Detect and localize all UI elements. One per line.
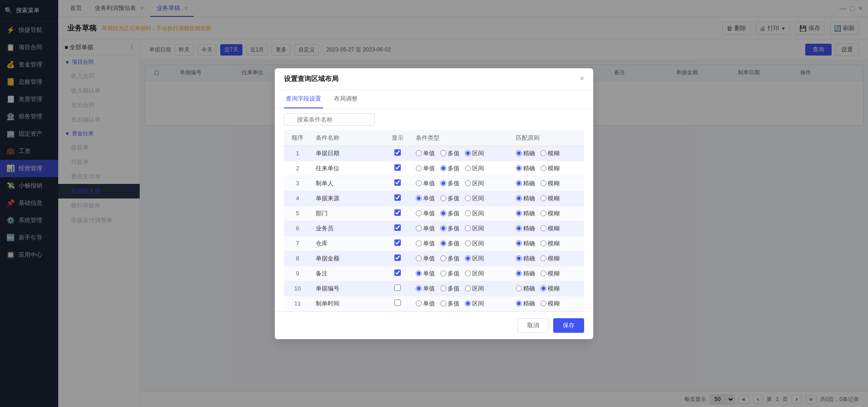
condition-type-radio[interactable]: [465, 210, 471, 216]
condition-type-radio[interactable]: [440, 165, 446, 171]
save-button[interactable]: 保存: [553, 318, 584, 333]
show-checkbox[interactable]: [394, 179, 401, 186]
condition-type-radio[interactable]: [416, 180, 422, 186]
condition-type-radio[interactable]: [465, 225, 471, 231]
row-condition-type: 单值多值区间: [411, 176, 511, 191]
table-row: 3制单人单值多值区间精确模糊: [284, 176, 584, 191]
row-match-principle: 精确模糊: [511, 236, 584, 251]
cancel-button[interactable]: 取消: [518, 318, 549, 333]
table-row: 11制单时间单值多值区间精确模糊: [284, 296, 584, 311]
condition-type-radio[interactable]: [440, 300, 446, 306]
condition-type-radio[interactable]: [440, 195, 446, 201]
match-radio[interactable]: [540, 255, 546, 261]
match-radio[interactable]: [516, 225, 522, 231]
condition-type-radio[interactable]: [440, 180, 446, 186]
condition-type-radio[interactable]: [416, 165, 422, 171]
row-order: 5: [284, 206, 311, 221]
match-radio[interactable]: [540, 180, 546, 186]
match-radio[interactable]: [540, 240, 546, 246]
show-checkbox[interactable]: [394, 149, 401, 156]
row-order: 6: [284, 221, 311, 236]
condition-type-radio[interactable]: [440, 240, 446, 246]
match-radio[interactable]: [516, 300, 522, 306]
condition-type-radio[interactable]: [465, 270, 471, 276]
match-radio[interactable]: [540, 165, 546, 171]
show-checkbox[interactable]: [394, 224, 401, 231]
condition-type-radio[interactable]: [416, 270, 422, 276]
table-row: 10单据编号单值多值区间精确模糊: [284, 281, 584, 296]
condition-type-radio[interactable]: [465, 285, 471, 291]
match-radio[interactable]: [516, 195, 522, 201]
row-show-cell: [384, 176, 411, 191]
condition-type-radio[interactable]: [416, 240, 422, 246]
modal-footer: 取消 保存: [275, 311, 593, 339]
condition-type-radio[interactable]: [465, 180, 471, 186]
row-show-cell: [384, 281, 411, 296]
row-show-cell: [384, 191, 411, 206]
condition-type-radio[interactable]: [465, 300, 471, 306]
row-show-cell: [384, 146, 411, 161]
condition-type-radio[interactable]: [465, 165, 471, 171]
modal-header: 设置查询区域布局 ×: [275, 68, 593, 90]
row-condition-name: 单据金额: [311, 251, 384, 266]
match-radio[interactable]: [516, 180, 522, 186]
condition-type-radio[interactable]: [416, 300, 422, 306]
condition-type-radio[interactable]: [465, 240, 471, 246]
show-checkbox[interactable]: [394, 164, 401, 171]
condition-type-radio[interactable]: [440, 255, 446, 261]
table-row: 9备注单值多值区间精确模糊: [284, 266, 584, 281]
match-radio[interactable]: [540, 195, 546, 201]
show-checkbox[interactable]: [394, 285, 401, 291]
condition-type-radio[interactable]: [465, 150, 471, 156]
condition-type-radio[interactable]: [440, 150, 446, 156]
modal-search-input[interactable]: [284, 113, 375, 126]
condition-type-radio[interactable]: [440, 270, 446, 276]
modal-dialog: 设置查询区域布局 × 查询字段设置 布局调整 🔍 顺序: [275, 68, 593, 339]
condition-type-radio[interactable]: [416, 150, 422, 156]
row-condition-name: 备注: [311, 266, 384, 281]
row-order: 7: [284, 236, 311, 251]
show-checkbox[interactable]: [394, 209, 401, 216]
show-checkbox[interactable]: [394, 194, 401, 201]
match-radio[interactable]: [516, 210, 522, 216]
row-order: 3: [284, 176, 311, 191]
row-condition-name: 仓库: [311, 236, 384, 251]
modal-close-btn[interactable]: ×: [580, 75, 584, 83]
col-show: 显示: [384, 130, 411, 146]
match-radio[interactable]: [540, 150, 546, 156]
show-checkbox[interactable]: [394, 239, 401, 246]
row-condition-type: 单值多值区间: [411, 266, 511, 281]
match-radio[interactable]: [516, 240, 522, 246]
match-radio[interactable]: [516, 255, 522, 261]
condition-type-radio[interactable]: [416, 225, 422, 231]
col-name: 条件名称: [311, 130, 384, 146]
match-radio[interactable]: [540, 225, 546, 231]
condition-type-radio[interactable]: [416, 195, 422, 201]
modal-tab-layout-adjust[interactable]: 布局调整: [332, 90, 359, 108]
show-checkbox[interactable]: [394, 300, 401, 306]
condition-type-radio[interactable]: [440, 225, 446, 231]
row-condition-type: 单值多值区间: [411, 191, 511, 206]
show-checkbox[interactable]: [394, 254, 401, 261]
condition-type-radio[interactable]: [416, 285, 422, 291]
match-radio[interactable]: [540, 285, 546, 291]
match-radio[interactable]: [516, 150, 522, 156]
match-radio[interactable]: [516, 270, 522, 276]
condition-type-radio[interactable]: [416, 255, 422, 261]
match-radio[interactable]: [540, 210, 546, 216]
show-checkbox[interactable]: [394, 270, 401, 276]
match-radio[interactable]: [540, 300, 546, 306]
modal-tab-field-settings[interactable]: 查询字段设置: [284, 90, 323, 108]
match-radio[interactable]: [540, 270, 546, 276]
row-condition-type: 单值多值区间: [411, 296, 511, 311]
condition-type-radio[interactable]: [416, 210, 422, 216]
row-order: 4: [284, 191, 311, 206]
condition-type-radio[interactable]: [440, 285, 446, 291]
modal-tabs: 查询字段设置 布局调整: [275, 90, 593, 109]
condition-type-radio[interactable]: [465, 255, 471, 261]
condition-type-radio[interactable]: [465, 195, 471, 201]
row-order: 8: [284, 251, 311, 266]
match-radio[interactable]: [516, 165, 522, 171]
match-radio[interactable]: [516, 285, 522, 291]
condition-type-radio[interactable]: [440, 210, 446, 216]
